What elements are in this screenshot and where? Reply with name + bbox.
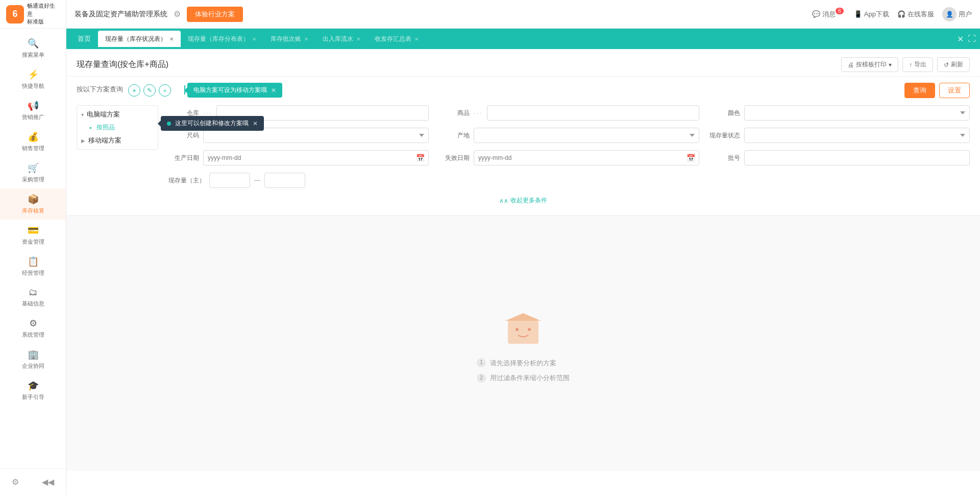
tooltip-scheme-set: 电脑方案可设为移动方案哦 ✕ xyxy=(187,83,282,98)
expiry-date-calendar-icon[interactable]: 📅 xyxy=(687,154,695,162)
produce-date-calendar-icon[interactable]: 📅 xyxy=(416,154,425,162)
nav-item-system[interactable]: ⚙ 系统管理 xyxy=(0,313,66,344)
tab-recv-send[interactable]: 收发存汇总表 ✕ xyxy=(368,31,426,47)
nav-item-inventory[interactable]: 📦 库存核算 xyxy=(0,188,66,220)
tree-collapse-icon: ▶ xyxy=(81,138,85,144)
product-more-icon[interactable]: ··· xyxy=(474,109,483,117)
tab-close-inventory-status[interactable]: ✕ xyxy=(169,36,174,42)
nav-item-operations[interactable]: 📋 经营管理 xyxy=(0,251,66,282)
inventory-icon: 📦 xyxy=(28,194,39,205)
arrow-left-btn[interactable]: « xyxy=(159,84,171,97)
expiry-date-wrap: 📅 xyxy=(474,150,699,166)
nav-item-sales[interactable]: 💰 销售管理 xyxy=(0,126,66,157)
user-btn[interactable]: 👤 用户 xyxy=(942,7,972,21)
app-download-btn[interactable]: 📱 App下载 xyxy=(854,10,889,19)
header-settings-icon[interactable]: ⚙ xyxy=(174,9,181,19)
search-area: 按以下方案查询 + ✎ « 电脑方案可设为移动方案哦 ✕ xyxy=(66,77,980,216)
color-select[interactable] xyxy=(744,105,970,121)
online-support-btn[interactable]: 🎧 在线客服 xyxy=(897,10,934,19)
scheme-desktop[interactable]: ▾ 电脑端方案 xyxy=(77,108,158,121)
nav-item-purchase[interactable]: 🛒 采购管理 xyxy=(0,157,66,188)
tab-close-recv-send[interactable]: ✕ xyxy=(414,36,419,42)
tab-close-inventory-dist[interactable]: ✕ xyxy=(252,36,256,42)
tab-close-batch-ledger[interactable]: ✕ xyxy=(304,36,308,42)
produce-date-label: 生产日期 xyxy=(168,154,199,162)
close-all-tabs-icon[interactable]: ✕ xyxy=(957,34,964,44)
print-btn[interactable]: 🖨 按模板打印 ▾ xyxy=(841,57,898,72)
try-plan-button[interactable]: 体验行业方案 xyxy=(187,7,243,22)
sidebar-bottom: ⚙ ◀◀ xyxy=(0,468,66,495)
message-icon: 💬 xyxy=(812,10,820,18)
tooltip1-close-icon[interactable]: ✕ xyxy=(271,87,276,94)
printer-icon: 🖨 xyxy=(848,61,854,68)
stock-status-label: 现存量状态 xyxy=(709,131,740,140)
refresh-btn[interactable]: ↺ 刷新 xyxy=(937,57,970,72)
color-label: 颜色 xyxy=(709,109,740,117)
settings-search-btn[interactable]: 设置 xyxy=(939,83,970,98)
settings-bottom-icon[interactable]: ⚙ xyxy=(9,474,22,490)
main-content: 现存量查询(按仓库+商品) 🖨 按模板打印 ▾ ↑ 导出 ↺ 刷新 xyxy=(66,49,980,495)
filter-expiry-date: 失效日期 📅 xyxy=(439,150,699,166)
product-label: 商品 xyxy=(439,109,470,117)
logo-text: 畅通道好生意 标准版 xyxy=(27,2,60,26)
headphone-icon: 🎧 xyxy=(897,10,905,18)
system-title: 装备及固定资产辅助管理系统 xyxy=(75,10,167,19)
newbie-icon: 🎓 xyxy=(28,380,39,391)
collapse-btn[interactable]: ∧∧ 收起更多条件 xyxy=(499,196,547,205)
nav-item-finance[interactable]: 💳 资金管理 xyxy=(0,220,66,251)
finance-icon: 💳 xyxy=(28,225,39,236)
add-scheme-btn[interactable]: + xyxy=(128,84,140,97)
nav-item-enterprise[interactable]: 🏢 企业协同 xyxy=(0,344,66,375)
step1-num: 1 xyxy=(477,358,486,367)
expiry-date-input[interactable] xyxy=(474,150,699,166)
range-separator: — xyxy=(254,177,260,184)
export-icon: ↑ xyxy=(909,61,912,68)
svg-point-1 xyxy=(516,328,519,331)
guide-icon: ⚡ xyxy=(28,69,39,80)
expiry-date-label: 失效日期 xyxy=(439,154,470,162)
sidebar-nav: 🔍 搜索菜单 ⚡ 快捷导航 📢 营销推广 💰 销售管理 🛒 采购管理 📦 库存核… xyxy=(0,29,66,468)
export-btn[interactable]: ↑ 导出 xyxy=(902,57,933,72)
page-title: 现存量查询(按仓库+商品) xyxy=(77,59,168,70)
print-dropdown-icon: ▾ xyxy=(889,61,892,68)
tooltip-indicator xyxy=(167,122,171,126)
nav-item-marketing[interactable]: 📢 营销推广 xyxy=(0,95,66,126)
tab-batch-ledger[interactable]: 库存批次账 ✕ xyxy=(263,31,315,47)
collapse-up-icon: ∧∧ xyxy=(499,197,508,204)
tooltip2-close-icon[interactable]: ✕ xyxy=(253,120,258,127)
tab-inventory-status[interactable]: 现存量（库存状况表） ✕ xyxy=(98,31,181,47)
scheme-mobile[interactable]: ▶ 移动端方案 xyxy=(77,134,158,147)
nav-item-base[interactable]: 🗂 基础信息 xyxy=(0,282,66,313)
empty-illustration xyxy=(498,303,549,349)
origin-label: 产地 xyxy=(439,131,470,140)
product-input[interactable] xyxy=(487,105,699,121)
collapse-row: ∧∧ 收起更多条件 xyxy=(77,192,970,209)
filter-batch: 批号 xyxy=(709,150,970,166)
origin-select[interactable] xyxy=(474,128,699,143)
filter-product: 商品 ··· xyxy=(439,105,699,121)
empty-text: 1 请先选择要分析的方案 2 用过滤条件来缩小分析范围 xyxy=(477,357,570,384)
produce-date-input[interactable] xyxy=(203,150,429,166)
logo-area: 6 畅通道好生意 标准版 xyxy=(0,0,66,29)
scheme-sub-item[interactable]: ▪ 按照品 xyxy=(77,121,158,134)
search-btn[interactable]: 查询 xyxy=(904,83,935,98)
collapse-sidebar-icon[interactable]: ◀◀ xyxy=(39,474,57,490)
marketing-icon: 📢 xyxy=(28,100,39,111)
search-label: 按以下方案查询 xyxy=(77,83,123,94)
stock-qty-min-input[interactable] xyxy=(209,173,250,188)
messages-btn[interactable]: 💬 消息 6 xyxy=(812,10,846,19)
nav-item-search[interactable]: 🔍 搜索菜单 xyxy=(0,33,66,64)
nav-item-newbie[interactable]: 🎓 新手引导 xyxy=(0,375,66,406)
tab-close-in-out-flow[interactable]: ✕ xyxy=(356,36,360,42)
nav-item-guide[interactable]: ⚡ 快捷导航 xyxy=(0,64,66,95)
tab-home[interactable]: 首页 xyxy=(70,34,98,43)
edit-scheme-btn[interactable]: ✎ xyxy=(143,84,156,97)
stock-qty-max-input[interactable] xyxy=(264,173,305,188)
filter-origin: 产地 xyxy=(439,128,699,143)
tab-inventory-dist[interactable]: 现存量（库存分布表） ✕ xyxy=(181,31,263,47)
fullscreen-icon[interactable]: ⛶ xyxy=(968,34,976,43)
tab-in-out-flow[interactable]: 出入库流水 ✕ xyxy=(315,31,368,47)
batch-input[interactable] xyxy=(744,150,970,166)
empty-hint-1: 1 请先选择要分析的方案 xyxy=(477,357,570,369)
stock-status-select[interactable] xyxy=(744,128,970,143)
